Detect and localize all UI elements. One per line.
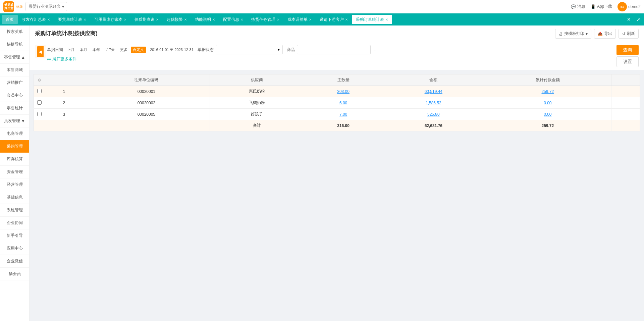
app-download-button[interactable]: 📱 App下载 — [591, 4, 612, 9]
row-checkbox[interactable] — [34, 109, 45, 120]
date-shortcut-this-year[interactable]: 本年 — [91, 47, 102, 53]
date-range-item: 2016-01-01 至 2023-12-31 — [150, 47, 194, 52]
tab-home[interactable]: 首页 — [2, 15, 18, 24]
nav-close-button[interactable]: ✕ — [625, 16, 633, 23]
message-button[interactable]: 💬 消息 — [571, 4, 585, 9]
print-button[interactable]: 🖨 按模板打印 ▾ — [555, 29, 591, 39]
export-icon: 📤 — [598, 32, 603, 36]
workspace-selector[interactable]: 母婴行业演示账套 ▾ — [25, 2, 67, 11]
tab-warranty[interactable]: 保质期查询 ✕ — [130, 15, 163, 24]
date-shortcut-last-month[interactable]: 上月 — [65, 47, 76, 53]
col-paid-amount-header: 累计付款金额 — [484, 74, 611, 86]
filter-toggle-arrow[interactable]: ◀ — [37, 46, 44, 57]
sidebar-item-wholesale[interactable]: 批发管理 ▼ — [0, 115, 29, 127]
sidebar-app-center-label: 应用中心 — [2, 246, 27, 251]
row-empty — [611, 86, 640, 97]
tab-config-info-close[interactable]: ✕ — [240, 18, 243, 21]
date-shortcut-7days[interactable]: 近7天 — [103, 47, 117, 53]
sidebar-item-enterprise[interactable]: 企业协同 — [0, 217, 29, 229]
row-checkbox[interactable] — [34, 97, 45, 109]
tab-warranty-close[interactable]: ✕ — [156, 18, 159, 21]
tab-cost-adjust-close[interactable]: ✕ — [309, 18, 312, 21]
export-button[interactable]: 📤 导出 — [594, 29, 616, 39]
tab-goods-summary[interactable]: 要货单统计表 ✕ — [54, 15, 90, 24]
row-amount[interactable]: 1,586.52 — [383, 97, 484, 109]
sidebar-item-retail-stat[interactable]: 零售统计 — [0, 102, 29, 115]
sidebar-item-retail-shop[interactable]: 零售商城 — [0, 64, 29, 76]
sidebar-item-finance[interactable]: 资金管理 — [0, 166, 29, 178]
date-shortcuts: 上月 本月 本年 近7天 更多 自定义 — [65, 47, 146, 53]
tab-function-desc[interactable]: 功能说明 ✕ — [191, 15, 219, 24]
filter-main: 单据日期 上月 本月 本年 近7天 更多 自定义 2016-01-01 至 20… — [47, 45, 613, 62]
date-shortcut-this-month[interactable]: 本月 — [78, 47, 89, 53]
sidebar-item-new-guide[interactable]: 新手引导 — [0, 229, 29, 242]
workspace-name: 母婴行业演示账套 — [29, 4, 61, 9]
date-shortcut-more[interactable]: 更多 — [118, 47, 129, 53]
row-seq: 2 — [45, 97, 83, 109]
query-button[interactable]: 查询 — [616, 45, 639, 55]
sidebar-item-system[interactable]: 系统管理 — [0, 204, 29, 217]
tab-overstock[interactable]: 超储预警 ✕ — [163, 15, 191, 24]
filter-section: ◀ 单据日期 上月 本月 本年 近7天 更多 自定义 — [30, 42, 644, 70]
goods-more-icon[interactable]: ... — [373, 47, 379, 52]
tab-purchase-summary[interactable]: 采购订单统计表 ✕ — [352, 15, 392, 24]
user-profile[interactable]: Ea demo2 — [618, 2, 641, 11]
row-qty[interactable]: 6.00 — [304, 97, 383, 109]
sidebar-item-app-center[interactable]: 应用中心 — [0, 242, 29, 255]
date-filter-label: 单据日期 — [47, 47, 63, 53]
row-paid-amount[interactable]: 0.00 — [484, 109, 611, 120]
sidebar-item-shortcut[interactable]: 快捷导航 — [0, 38, 29, 51]
row-qty[interactable]: 7.00 — [304, 109, 383, 120]
tab-function-desc-close[interactable]: ✕ — [212, 18, 215, 21]
sidebar-item-operation[interactable]: 经营管理 — [0, 178, 29, 191]
tab-receivable[interactable]: 收发存汇总表 ✕ — [18, 15, 54, 24]
print-dropdown-icon: ▾ — [586, 32, 588, 36]
refresh-button[interactable]: ↺ 刷新 — [619, 29, 639, 39]
col-setting-icon[interactable]: ⚙ — [38, 78, 41, 83]
row-checkbox[interactable] — [34, 86, 45, 97]
refresh-label: 刷新 — [627, 31, 635, 37]
tab-goods-summary-close[interactable]: ✕ — [84, 18, 86, 21]
sidebar-item-ecommerce[interactable]: 电商管理 — [0, 127, 29, 140]
nav-maximize-button[interactable]: ⤢ — [634, 16, 642, 23]
row-qty[interactable]: 303.00 — [304, 86, 383, 97]
tab-cost-adjust[interactable]: 成本调整单 ✕ — [283, 15, 316, 24]
sidebar-item-marketing[interactable]: 营销推广 — [0, 76, 29, 89]
sidebar-item-purchase[interactable]: 采购管理 — [0, 140, 29, 153]
sidebar-item-basic-info[interactable]: 基础信息 — [0, 191, 29, 204]
col-seq-header — [45, 74, 83, 86]
tab-inventory-ledger[interactable]: 可用量库存账本 ✕ — [90, 15, 130, 24]
row-empty — [611, 109, 640, 120]
goods-input[interactable] — [297, 45, 371, 54]
filter-settings-button[interactable]: 设置 — [616, 56, 639, 67]
sidebar-item-wechat[interactable]: 企业微信 — [0, 255, 29, 268]
sidebar-item-search[interactable]: 搜索英单 — [0, 25, 29, 38]
tab-invite-downstream-close[interactable]: ✕ — [345, 18, 348, 21]
status-select[interactable]: ▾ — [216, 45, 283, 54]
sidebar-retail-shop-label: 零售商城 — [2, 67, 27, 73]
tab-invite-downstream-label: 邀请下游客户 — [320, 17, 344, 22]
sidebar-item-vip[interactable]: 畅会员 — [0, 268, 29, 280]
sidebar-wholesale-label: 批发管理 — [4, 118, 20, 124]
app-download-label: App下载 — [597, 4, 612, 9]
expand-button[interactable]: ▾▾ 展开更多条件 — [47, 56, 613, 62]
sidebar-item-inventory[interactable]: 库存核算 — [0, 153, 29, 166]
row-paid-amount[interactable]: 259.72 — [484, 86, 611, 97]
row-amount[interactable]: 60,519.44 — [383, 86, 484, 97]
row-partner-code: 00020002 — [83, 97, 210, 109]
tab-overstock-close[interactable]: ✕ — [184, 18, 187, 21]
tab-picking-task[interactable]: 拣货任务管理 ✕ — [247, 15, 283, 24]
row-amount[interactable]: 525.80 — [383, 109, 484, 120]
row-paid-amount[interactable]: 0.00 — [484, 97, 611, 109]
tab-receivable-close[interactable]: ✕ — [47, 18, 50, 21]
tab-config-info[interactable]: 配置信息 ✕ — [219, 15, 247, 24]
date-custom-tag[interactable]: 自定义 — [131, 47, 146, 53]
sidebar-item-retail[interactable]: 零售管理 ▲ — [0, 51, 29, 64]
tab-purchase-summary-close[interactable]: ✕ — [385, 18, 388, 21]
user-name: demo2 — [628, 4, 641, 9]
tab-picking-task-close[interactable]: ✕ — [277, 18, 279, 21]
tab-inventory-ledger-close[interactable]: ✕ — [124, 18, 126, 21]
sidebar-item-member[interactable]: 会员中心 — [0, 89, 29, 102]
sidebar-shortcut-label: 快捷导航 — [2, 42, 27, 47]
tab-invite-downstream[interactable]: 邀请下游客户 ✕ — [316, 15, 352, 24]
